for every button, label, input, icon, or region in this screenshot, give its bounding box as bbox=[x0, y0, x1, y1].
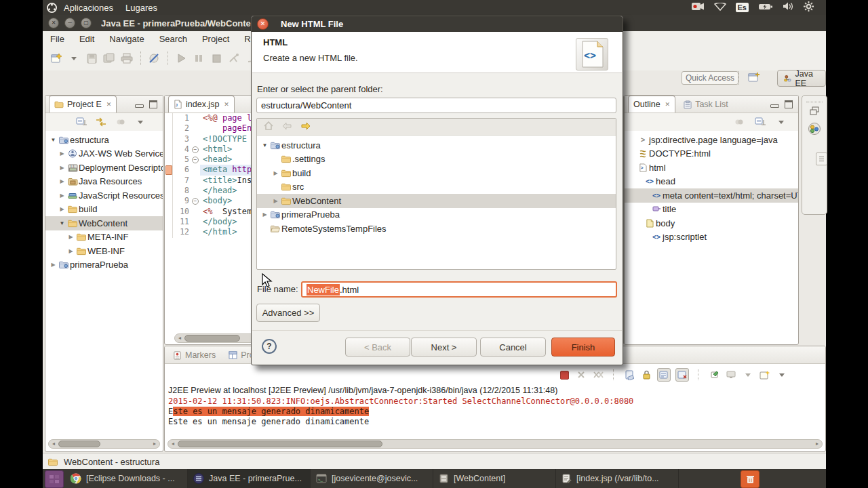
open-console-dropdown-icon[interactable] bbox=[776, 369, 788, 381]
tab-index-jsp[interactable]: J index.jsp ✕ bbox=[168, 96, 235, 113]
pexp-item-javascript-resources[interactable]: ▶JavaScript Resources bbox=[45, 188, 163, 203]
dialog-tree-item-estructura[interactable]: ▼estructura bbox=[257, 138, 616, 152]
pexp-item-estructura[interactable]: ▼estructura bbox=[45, 133, 163, 147]
pexp-item-web-inf[interactable]: ▶WEB-INF bbox=[45, 244, 163, 258]
fold-collapse-icon[interactable]: − bbox=[191, 155, 200, 165]
maximize-view-icon[interactable] bbox=[785, 100, 793, 108]
trash-icon[interactable] bbox=[741, 470, 760, 488]
workspace-switcher-icon[interactable] bbox=[45, 470, 64, 488]
outline-item-doctype-html[interactable]: DOCTYPE:html bbox=[625, 147, 798, 161]
tree-expander-icon[interactable]: ▶ bbox=[49, 262, 58, 268]
taskbar-item-chrome[interactable]: [Eclipse Downloads - ... bbox=[65, 469, 188, 488]
drag-handle[interactable] bbox=[806, 98, 823, 102]
tree-expander-icon[interactable]: ▶ bbox=[58, 165, 66, 171]
maximize-view-icon[interactable] bbox=[149, 100, 157, 108]
window-close-button[interactable]: ✕ bbox=[48, 18, 59, 28]
ubuntu-logo-icon[interactable] bbox=[47, 3, 57, 13]
collapse-all-icon[interactable] bbox=[74, 116, 89, 128]
tab-task-list[interactable]: Task List bbox=[679, 96, 733, 113]
show-console-on-output-icon[interactable] bbox=[675, 368, 689, 382]
parent-folder-input[interactable]: estructura/WebContent bbox=[256, 98, 616, 113]
volume-icon[interactable] bbox=[783, 2, 794, 13]
console-output[interactable]: J2EE Preview at localhost [J2EE Preview]… bbox=[165, 382, 825, 442]
window-minimize-button[interactable]: ─ bbox=[64, 18, 75, 28]
pexp-item-primeraprueba[interactable]: ▶primeraPrueba bbox=[45, 258, 163, 272]
project-explorer-hscrollbar[interactable]: ◂▸ bbox=[48, 439, 160, 449]
view-menu-icon[interactable] bbox=[774, 116, 789, 128]
menu-file[interactable]: File bbox=[43, 34, 72, 44]
file-name-input[interactable]: NewFile.html bbox=[301, 281, 617, 298]
minimize-view-icon[interactable] bbox=[770, 104, 779, 108]
skip-breakpoints-icon[interactable] bbox=[146, 50, 162, 66]
tree-expander-icon[interactable]: ▶ bbox=[66, 248, 75, 254]
battery-icon[interactable] bbox=[758, 3, 773, 13]
word-wrap-icon[interactable] bbox=[657, 368, 671, 382]
taskbar-item-files[interactable]: [WebContent] bbox=[433, 469, 556, 488]
outline-item-body[interactable]: body bbox=[625, 216, 798, 230]
minimize-view-icon[interactable] bbox=[135, 104, 144, 108]
tab-close-icon[interactable]: ✕ bbox=[224, 101, 229, 108]
restore-view-icon[interactable] bbox=[802, 106, 827, 115]
open-perspective-icon[interactable] bbox=[748, 72, 761, 86]
tree-expander-icon[interactable]: ▶ bbox=[58, 178, 66, 184]
dialog-tree-item-webcontent[interactable]: ▶WebContent bbox=[257, 194, 616, 208]
settings-gear-icon[interactable] bbox=[804, 1, 814, 14]
servers-view-icon[interactable] bbox=[802, 122, 827, 136]
tab-markers[interactable]: Markers bbox=[168, 347, 220, 363]
tree-expander-icon[interactable]: ▼ bbox=[58, 220, 66, 226]
dialog-tree-item-remotesystemstempfiles[interactable]: RemoteSystemsTempFiles bbox=[257, 222, 616, 236]
quick-access-input[interactable] bbox=[682, 71, 738, 85]
menu-lugares[interactable]: Lugares bbox=[125, 3, 157, 13]
collapse-all-icon[interactable] bbox=[753, 116, 768, 128]
advanced-button[interactable]: Advanced >> bbox=[256, 304, 320, 322]
pexp-item-deployment-descriptor-estructura[interactable]: ▶1.1Deployment Descriptor: estructura bbox=[45, 161, 163, 175]
new-dropdown-icon[interactable] bbox=[66, 50, 82, 66]
menu-navigate[interactable]: Navigate bbox=[102, 34, 151, 44]
menu-search[interactable]: Search bbox=[152, 34, 195, 44]
finish-button[interactable]: Finish bbox=[551, 338, 615, 357]
view-menu-icon[interactable] bbox=[133, 116, 148, 128]
forward-arrow-icon[interactable] bbox=[300, 121, 311, 133]
link-with-editor-icon[interactable] bbox=[94, 116, 108, 128]
dialog-tree-item-primeraprueba[interactable]: ▶primeraPrueba bbox=[257, 208, 616, 222]
console-hscrollbar[interactable]: ◂▸ bbox=[167, 439, 823, 449]
clear-console-icon[interactable] bbox=[623, 369, 635, 381]
pexp-item-jax-ws-web-services[interactable]: ▶JAX-WS Web Services bbox=[45, 147, 163, 161]
taskbar-item-eclipse[interactable]: Java EE - primeraPrue... bbox=[188, 469, 311, 488]
help-button[interactable]: ? bbox=[262, 339, 277, 354]
taskbar-item-terminal[interactable]: >_[josevicente@josevic... bbox=[311, 469, 433, 488]
new-wizard-icon[interactable] bbox=[48, 50, 64, 66]
tree-expander-icon[interactable]: ▶ bbox=[271, 198, 280, 204]
outline-item-jsp-directive-page-language-java[interactable]: >jsp:directive.page language=java bbox=[625, 133, 798, 147]
tree-expander-icon[interactable]: ▶ bbox=[271, 170, 280, 176]
tree-expander-icon[interactable]: ▶ bbox=[66, 234, 75, 240]
outline-item-jsp-scriptlet[interactable]: <>jsp:scriptlet bbox=[625, 230, 798, 245]
window-maximize-button[interactable]: ▢ bbox=[81, 18, 92, 28]
display-console-dropdown-icon[interactable] bbox=[742, 369, 754, 381]
perspective-javaee-button[interactable]: Java EE bbox=[777, 70, 826, 87]
wifi-icon[interactable] bbox=[714, 3, 726, 13]
pexp-item-build[interactable]: ▶build bbox=[45, 203, 163, 217]
pexp-item-webcontent[interactable]: ▼WebContent bbox=[45, 216, 163, 230]
cancel-button[interactable]: Cancel bbox=[480, 338, 546, 357]
tab-outline[interactable]: Outline ✕ bbox=[628, 96, 675, 113]
tree-expander-icon[interactable]: ▶ bbox=[58, 206, 66, 212]
pexp-item-java-resources[interactable]: ▶Java Resources bbox=[45, 175, 163, 189]
outline-item-meta-content-text-html-charset-utf-8[interactable]: <>meta content=text/html; charset=UTF-8 bbox=[625, 188, 798, 203]
tree-expander-icon[interactable]: ▶ bbox=[58, 192, 66, 199]
scroll-lock-icon[interactable] bbox=[640, 369, 652, 381]
fold-collapse-icon[interactable]: − bbox=[191, 144, 200, 155]
dialog-tree-item-build[interactable]: ▶build bbox=[257, 166, 616, 180]
dialog-tree-item--settings[interactable]: .settings bbox=[257, 152, 616, 167]
back-button[interactable]: < Back bbox=[345, 338, 410, 357]
taskbar-item-gedit[interactable]: [index.jsp (/var/lib/to... bbox=[556, 469, 679, 488]
outline-item-head[interactable]: <>head bbox=[625, 175, 798, 189]
pexp-item-meta-inf[interactable]: ▶META-INF bbox=[45, 230, 163, 245]
keyboard-layout-indicator[interactable]: Es bbox=[736, 3, 749, 12]
dialog-close-button[interactable]: ✕ bbox=[257, 18, 269, 30]
screen-record-icon[interactable] bbox=[691, 2, 705, 13]
tab-project-explorer[interactable]: Project E ✕ bbox=[49, 96, 117, 113]
pin-console-icon[interactable] bbox=[708, 369, 720, 381]
tree-expander-icon[interactable]: ▶ bbox=[58, 150, 66, 157]
fast-view-menu-icon[interactable] bbox=[816, 152, 827, 165]
